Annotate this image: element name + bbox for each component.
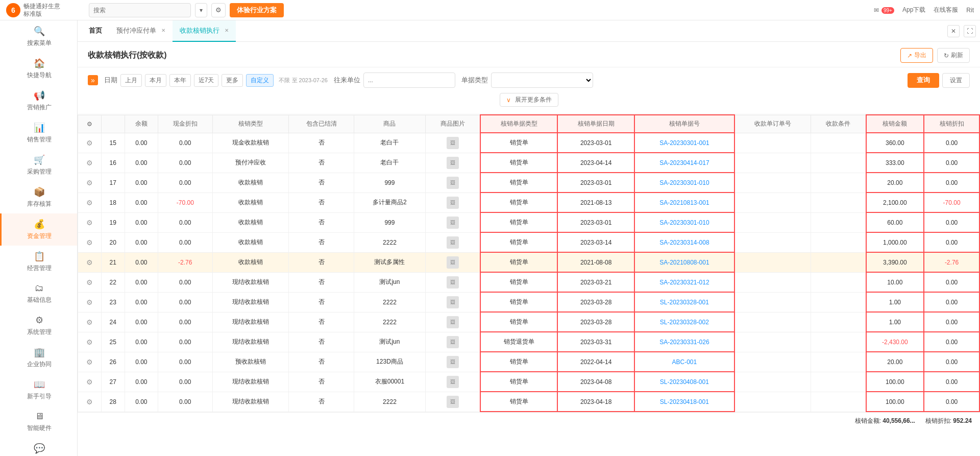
inventory-icon: 📦 <box>34 186 45 198</box>
trial-button[interactable]: 体验行业方案 <box>230 3 284 17</box>
doc-no-link[interactable]: SA-20210808-001 <box>659 259 709 266</box>
expand-filter-icon[interactable]: » <box>88 75 98 85</box>
date-btn-more[interactable]: 更多 <box>222 74 243 87</box>
date-btn-last-month[interactable]: 上月 <box>120 74 142 87</box>
sidebar-item-search[interactable]: 🔍搜索菜单 <box>0 20 77 53</box>
tab-close-receivable[interactable]: ✕ <box>225 28 229 33</box>
date-btn-7days[interactable]: 近7天 <box>194 74 219 87</box>
cell-cancel_doc_type: 销货单 <box>480 212 557 232</box>
close-tab-button[interactable]: ✕ <box>947 25 960 37</box>
doc-no-link[interactable]: SA-20230331-026 <box>659 339 709 346</box>
sidebar-item-quick-nav[interactable]: 🏠快捷导航 <box>0 53 77 85</box>
cell-settings: ⚙ <box>78 212 102 232</box>
cell-cancel_doc_no[interactable]: SL-20230328-002 <box>634 312 734 332</box>
query-button[interactable]: 查询 <box>908 73 939 88</box>
cell-cancel_doc_no[interactable]: SL-20230418-001 <box>634 392 734 412</box>
sidebar-item-basic-info[interactable]: 🗂基础信息 <box>0 278 77 309</box>
sidebar-item-operations[interactable]: 📋经营管理 <box>0 246 77 278</box>
tab-close-prepay[interactable]: ✕ <box>161 28 165 33</box>
row-settings-icon[interactable]: ⚙ <box>86 238 93 247</box>
row-settings-icon[interactable]: ⚙ <box>86 139 93 147</box>
row-settings-icon[interactable]: ⚙ <box>86 298 93 306</box>
doc-no-link[interactable]: ABC-001 <box>672 358 697 366</box>
doc-no-link[interactable]: SL-20230408-001 <box>660 378 709 386</box>
row-settings-icon[interactable]: ⚙ <box>86 378 93 386</box>
row-settings-icon[interactable]: ⚙ <box>86 179 93 187</box>
doc-type-select[interactable] <box>491 73 593 88</box>
expand-more-button[interactable]: ∨ 展开更多条件 <box>500 93 558 107</box>
doc-no-link[interactable]: SA-20230301-010 <box>659 219 709 226</box>
cell-cancel_doc_type: 销货单 <box>480 232 557 252</box>
cell-cancel_doc_no[interactable]: SA-20230414-017 <box>634 153 734 173</box>
cell-num: 15 <box>101 133 125 153</box>
row-settings-icon[interactable]: ⚙ <box>86 258 93 267</box>
cell-cancel_doc_no[interactable]: SA-20230301-001 <box>634 133 734 153</box>
cell-cancel_discount: 0.00 <box>924 312 979 332</box>
product-image-thumb: 🖼 <box>447 256 459 269</box>
row-settings-icon[interactable]: ⚙ <box>86 219 93 227</box>
cell-cancel_doc_no[interactable]: ABC-001 <box>634 352 734 372</box>
sidebar-item-corp[interactable]: 🏢企业协同 <box>0 342 77 374</box>
sidebar-item-marketing[interactable]: 📢营销推广 <box>0 85 77 117</box>
product-image-thumb: 🖼 <box>447 217 459 229</box>
cell-cancel_doc_no[interactable]: SA-20230314-008 <box>634 232 734 252</box>
sidebar-item-guide[interactable]: 📖新手引导 <box>0 374 77 406</box>
settings-button[interactable]: ⚙ <box>211 3 226 17</box>
doc-no-link[interactable]: SL-20230418-001 <box>660 398 709 405</box>
sidebar-item-purchase[interactable]: 🛒采购管理 <box>0 149 77 181</box>
row-settings-icon[interactable]: ⚙ <box>86 159 93 167</box>
cell-receipt_condition <box>811 292 866 312</box>
cell-cancel_doc_no[interactable]: SA-20230301-010 <box>634 173 734 193</box>
cell-cancel_doc_no[interactable]: SA-20210813-001 <box>634 193 734 212</box>
filter-settings-button[interactable]: 设置 <box>942 73 970 88</box>
cell-cancel_doc_no[interactable]: SA-20210808-001 <box>634 252 734 272</box>
sidebar-item-system[interactable]: ⚙系统管理 <box>0 309 77 342</box>
tab-home[interactable]: 首页 <box>82 20 109 42</box>
doc-no-link[interactable]: SL-20230328-002 <box>660 319 709 326</box>
row-settings-icon[interactable]: ⚙ <box>86 278 93 286</box>
row-settings-icon[interactable]: ⚙ <box>86 398 93 406</box>
sidebar-item-finance[interactable]: 💰资金管理 <box>0 213 77 246</box>
table-row: ⚙270.000.00现结收款核销否衣服00001🖼销货单2023-04-08S… <box>78 372 980 392</box>
export-button[interactable]: ↗ 导出 <box>900 48 933 63</box>
online-service-link[interactable]: 在线客服 <box>934 6 958 14</box>
row-settings-icon[interactable]: ⚙ <box>86 199 93 207</box>
sidebar-item-wechat[interactable]: 💬企业微信 <box>0 438 77 456</box>
product-image-thumb: 🖼 <box>447 197 459 209</box>
sidebar-item-smart-hw[interactable]: 🖥智能硬件 <box>0 406 77 438</box>
sidebar-item-sales[interactable]: 📊销售管理 <box>0 117 77 149</box>
date-btn-this-month[interactable]: 本月 <box>145 74 166 87</box>
doc-no-link[interactable]: SA-20210813-001 <box>659 199 709 206</box>
app-download-link[interactable]: App下载 <box>902 6 925 14</box>
doc-no-link[interactable]: SA-20230414-017 <box>659 159 709 166</box>
dropdown-button[interactable]: ▾ <box>195 3 207 17</box>
doc-no-link[interactable]: SA-20230301-010 <box>659 179 709 186</box>
cell-cancel_doc_no[interactable]: SL-20230408-001 <box>634 372 734 392</box>
doc-no-link[interactable]: SL-20230328-001 <box>660 299 709 306</box>
cell-cancel_doc_type: 销货单 <box>480 133 557 153</box>
doc-no-link[interactable]: SA-20230314-008 <box>659 239 709 246</box>
row-settings-icon[interactable]: ⚙ <box>86 338 93 346</box>
cell-cancel_doc_no[interactable]: SA-20230321-012 <box>634 272 734 292</box>
col-header-num <box>101 115 125 133</box>
refresh-button[interactable]: ↻ 刷新 <box>937 48 970 63</box>
tab-prepay[interactable]: 预付冲应付单✕ <box>109 20 173 42</box>
search-input[interactable] <box>89 3 191 17</box>
cell-cancel_doc_no[interactable]: SA-20230301-010 <box>634 212 734 232</box>
tab-receivable[interactable]: 收款核销执行✕ <box>173 20 236 42</box>
row-settings-icon[interactable]: ⚙ <box>86 358 93 366</box>
fullscreen-button[interactable]: ⛶ <box>964 25 976 37</box>
date-btn-this-year[interactable]: 本年 <box>169 74 191 87</box>
row-settings-icon[interactable]: ⚙ <box>86 318 93 326</box>
sidebar-item-inventory[interactable]: 📦库存核算 <box>0 181 77 213</box>
table-row: ⚙200.000.00收款核销否2222🖼销货单2023-03-14SA-202… <box>78 232 980 252</box>
doc-no-link[interactable]: SA-20230301-001 <box>659 139 709 147</box>
cell-cancel_doc_no[interactable]: SA-20230331-026 <box>634 332 734 352</box>
partner-input[interactable] <box>363 73 455 88</box>
sidebar-label: 新手引导 <box>27 392 52 401</box>
doc-no-link[interactable]: SA-20230321-012 <box>659 279 709 286</box>
message-icon[interactable]: ✉ 99+ <box>874 7 894 14</box>
cell-cancel_doc_no[interactable]: SL-20230328-001 <box>634 292 734 312</box>
cell-settings: ⚙ <box>78 232 102 252</box>
date-btn-custom[interactable]: 自定义 <box>246 74 274 87</box>
